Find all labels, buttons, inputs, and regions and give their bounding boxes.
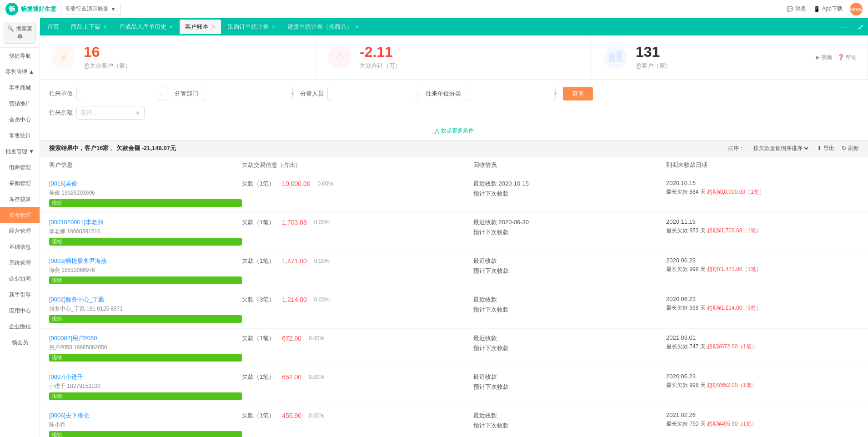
- last-payment-2: 最近收款: [473, 257, 666, 265]
- overdue-link-3[interactable]: 超期¥1,214.00（3笔）: [707, 305, 762, 311]
- tab-maximize-btn[interactable]: ⤢: [855, 22, 866, 32]
- sidebar-item-app-center[interactable]: 应用中心: [0, 302, 40, 318]
- overdue-link-6[interactable]: 超期¥455.90（1笔）: [707, 421, 757, 427]
- stats-row: ¥ 16 总欠款客户（家） ◇: [40, 35, 868, 80]
- customer-name-link-5[interactable]: [0007]小进千: [49, 373, 242, 381]
- overdue-date-1: 2020.11.15: [666, 218, 859, 225]
- balance-placeholder: 选择...: [80, 109, 135, 117]
- sidebar-item-wholesale-management[interactable]: 批发管理 ▼: [0, 143, 40, 159]
- app-download-btn[interactable]: 📱 App下载: [813, 5, 843, 13]
- overdue-days-3: 最长欠款 998 天: [666, 305, 706, 311]
- tab-production-history-label: 产成品入库单历史: [119, 23, 166, 31]
- overdue-link-4[interactable]: 超期¥672.00（1笔）: [707, 343, 757, 350]
- tab-inbound-stats[interactable]: 进货单统计表（按商品） ✕: [282, 20, 365, 34]
- store-selector[interactable]: 母婴行业演示账套 ▼: [60, 3, 121, 15]
- customer-detail-5: 小进千 18279152100: [49, 382, 242, 390]
- sidebar-item-member-center[interactable]: 会员中心: [0, 111, 40, 127]
- last-payment-1: 最近收款 2020-06-30: [473, 218, 666, 226]
- sidebar-item-basic-info[interactable]: 基础信息: [0, 239, 40, 255]
- sidebar-item-retail-stats[interactable]: 零售统计: [0, 127, 40, 143]
- tab-production-history[interactable]: 产成品入库单历史 ✕: [114, 20, 179, 34]
- customer-detail-3: 服务中心_丁磊 181 0125 8371: [49, 305, 242, 313]
- sidebar-item-purchasing[interactable]: 采购管理: [0, 175, 40, 191]
- brand-logo: 畅 畅捷通好生意: [5, 3, 56, 15]
- sidebar-item-enterprise[interactable]: 企业协同: [0, 271, 40, 286]
- overdue-date-4: 2021.03.01: [666, 334, 859, 341]
- search-menu-btn[interactable]: 🔍 搜索菜单: [4, 22, 36, 44]
- filter-source-unit: 往来单位 ···: [49, 87, 167, 100]
- tab-customer-account[interactable]: 客户账本 ✕: [180, 20, 221, 34]
- top-bar-left: 畅 畅捷通好生意 母婴行业演示账套 ▼: [5, 3, 121, 15]
- customer-detail-2: 海燕 18513066976: [49, 266, 242, 274]
- division-input[interactable]: [206, 87, 290, 100]
- tab-product-listing-close[interactable]: ✕: [103, 24, 107, 30]
- tab-minimize-btn[interactable]: —: [838, 22, 851, 32]
- unit-category-input[interactable]: [469, 87, 552, 100]
- view-btn[interactable]: ▶ 视频: [816, 54, 832, 61]
- sidebar-search[interactable]: 🔍 搜索菜单: [0, 18, 40, 48]
- customer-name-link-3[interactable]: [0002]服务中心_丁磊: [49, 296, 242, 304]
- sort-select[interactable]: 按欠款金额倒序排序: [752, 145, 810, 152]
- stat-value-debt: -2.11: [360, 45, 401, 59]
- customer-name-link-0[interactable]: [0016]吴俊: [49, 180, 242, 188]
- sidebar-item-inventory[interactable]: 库存核算: [0, 191, 40, 207]
- sidebar: 🔍 搜索菜单 快捷导航 零售管理 ▲ 零售商城 营销推广 会员中心 零售统计: [0, 18, 40, 437]
- store-name: 母婴行业演示账套: [65, 5, 109, 13]
- filter-row-1: 往来单位 ··· 分管部门 ▼: [49, 87, 859, 100]
- source-unit-input[interactable]: [80, 87, 158, 100]
- debt-percent-2: 0.00%: [314, 258, 330, 264]
- user-avatar-area[interactable]: demo2: [850, 3, 863, 15]
- last-payment-5: 最近收款: [473, 373, 666, 381]
- customer-name-link-1[interactable]: [0001020001]李老师: [49, 218, 242, 226]
- debt-count-6: 欠款（1笔）: [242, 412, 275, 420]
- sidebar-item-ecommerce[interactable]: 电商管理: [0, 159, 40, 175]
- tab-inbound-stats-close[interactable]: ✕: [355, 24, 359, 30]
- overdue-info-2: 2020.06.23 最长欠款 998 天 超期¥1,471.00（1笔）: [666, 257, 859, 284]
- sidebar-item-retail-management[interactable]: 零售管理 ▲: [0, 64, 40, 80]
- customer-info-2: [0003]畅捷服务尹海燕 海燕 18513066976 现销: [49, 257, 242, 284]
- sidebar-item-marketing[interactable]: 营销推广: [0, 95, 40, 111]
- sidebar-item-finance[interactable]: 资金管理: [0, 207, 40, 223]
- export-btn[interactable]: ⬇ 导出: [817, 145, 834, 152]
- sidebar-item-member[interactable]: 畅会员: [0, 334, 40, 350]
- tab-purchase-stats-close[interactable]: ✕: [271, 24, 276, 30]
- customer-name-link-6[interactable]: [0006]去下粮仓: [49, 412, 242, 420]
- tab-customer-account-close[interactable]: ✕: [211, 24, 216, 30]
- overdue-link-1[interactable]: 超期¥1,703.68（1笔）: [707, 227, 762, 234]
- collapse-btn[interactable]: ⋀ 收起更多条件: [49, 125, 859, 136]
- search-menu-label: 搜索菜单: [16, 25, 32, 40]
- sidebar-item-guide[interactable]: 新手引导: [0, 286, 40, 302]
- last-payment-4: 最近收款: [473, 334, 666, 342]
- overdue-link-0[interactable]: 超期¥10,000.00（1笔）: [707, 189, 765, 195]
- sidebar-item-system[interactable]: 系统管理: [0, 255, 40, 271]
- tab-production-history-close[interactable]: ✕: [169, 24, 173, 30]
- ecommerce-label: 电商管理: [2, 164, 38, 171]
- refresh-btn[interactable]: ↻ 刷新: [842, 145, 859, 152]
- tab-purchase-stats-label: 采购订单统计表: [227, 23, 269, 31]
- filter-balance: 往来余额 选择... ▼: [49, 106, 145, 120]
- message-btn[interactable]: 💬 消息: [787, 5, 806, 13]
- debt-row-4: 欠款（1笔） 672.00 0.00%: [242, 334, 473, 342]
- col-header-recovery: 回收情况: [473, 161, 666, 169]
- help-btn[interactable]: ❓ 帮助: [838, 54, 857, 61]
- tab-purchase-stats[interactable]: 采购订单统计表 ✕: [222, 20, 281, 34]
- customer-name-link-4[interactable]: [000002]用户2050: [49, 334, 242, 342]
- overdue-link-5[interactable]: 超期¥652.00（1笔）: [707, 382, 757, 388]
- col-header-customer: 客户信息: [49, 161, 242, 169]
- sidebar-item-operations[interactable]: 经营管理: [0, 223, 40, 239]
- manager-dots: ···: [415, 90, 420, 97]
- tab-product-listing[interactable]: 商品上下架 ✕: [65, 20, 113, 34]
- sidebar-item-retail-mall[interactable]: 零售商城: [0, 80, 40, 95]
- operations-label: 经营管理: [2, 227, 38, 235]
- sidebar-item-wechat[interactable]: 企业微信: [0, 318, 40, 334]
- recovery-info-4: 最近收款 预计下次收款: [473, 334, 666, 362]
- customer-info-1: [0001020001]李老师 李老师 18600391516 现销: [49, 218, 242, 246]
- search-button[interactable]: 查询: [563, 87, 593, 100]
- manager-input[interactable]: [331, 87, 415, 100]
- overdue-info-4: 2021.03.01 最长欠款 747 天 超期¥672.00（1笔）: [666, 334, 859, 362]
- tab-home[interactable]: 首页: [42, 20, 65, 34]
- filter-division: 分管部门 ▼: [175, 87, 293, 100]
- overdue-link-2[interactable]: 超期¥1,471.00（1笔）: [707, 266, 762, 272]
- customer-name-link-2[interactable]: [0003]畅捷服务尹海燕: [49, 257, 242, 265]
- debt-percent-0: 0.00%: [318, 181, 333, 187]
